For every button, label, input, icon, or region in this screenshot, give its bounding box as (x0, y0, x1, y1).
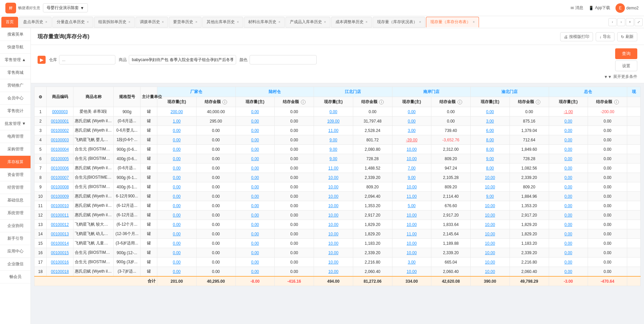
table-cell[interactable]: 10.00 (314, 173, 353, 182)
table-cell[interactable]: 0.00 (157, 154, 197, 164)
table-cell[interactable]: 00100010 (47, 201, 73, 211)
tab-nav-btn-1[interactable]: › (617, 18, 625, 26)
tab-close-2[interactable]: × (87, 20, 89, 24)
table-cell[interactable]: 10.00 (471, 267, 510, 277)
expand-more-btn[interactable]: ▼▼ 展开更多条件 (604, 74, 637, 80)
table-cell[interactable]: 0.00 (157, 239, 197, 248)
table-cell[interactable]: 10.00 (471, 182, 510, 192)
table-cell[interactable]: 0.00 (157, 145, 197, 154)
table-cell[interactable]: 0.00 (157, 126, 197, 135)
table-cell[interactable]: 0.00 (235, 107, 275, 117)
table-cell[interactable]: 0.00 (549, 173, 588, 182)
table-cell[interactable]: 0.00 (235, 126, 275, 135)
sidebar-item-15[interactable]: 企业协同 (0, 220, 31, 232)
table-cell[interactable]: 10.00 (314, 182, 353, 192)
tab-close-10[interactable]: × (419, 20, 421, 24)
tab-item-2[interactable]: 分量盘点单历史× (52, 17, 93, 28)
store-selector[interactable]: 母婴行业演示陈套 ▼ (43, 3, 88, 12)
table-cell[interactable]: 0.00 (235, 182, 275, 192)
table-cell[interactable]: 10.00 (314, 229, 353, 239)
table-cell[interactable]: 0.00 (235, 117, 275, 126)
export-btn[interactable]: ↓ 导出 (596, 32, 614, 41)
table-cell[interactable]: 0.00 (549, 182, 588, 192)
tab-close-7[interactable]: × (278, 20, 280, 24)
tab-close-9[interactable]: × (366, 20, 368, 24)
table-cell[interactable]: 10.00 (471, 173, 510, 182)
table-cell[interactable]: 10.00 (314, 239, 353, 248)
table-cell[interactable]: 109.00 (314, 117, 353, 126)
table-cell[interactable]: -39.00 (392, 135, 431, 145)
table-cell[interactable]: 0.00 (549, 135, 588, 145)
tab-item-1[interactable]: 盘点单历史× (19, 17, 52, 28)
sidebar-item-1[interactable]: 快捷导航 (0, 41, 31, 54)
table-cell[interactable]: 0000003 (47, 107, 73, 117)
table-cell[interactable]: 0.00 (157, 211, 197, 220)
table-cell[interactable]: 0.00 (314, 107, 353, 117)
table-cell[interactable]: 9.00 (471, 192, 510, 201)
message-btn[interactable]: ✉ 消息 (571, 5, 583, 11)
table-cell[interactable]: 0.00 (235, 164, 275, 173)
sidebar-item-14[interactable]: 系统管理 (0, 207, 31, 220)
tab-item-9[interactable]: 成本调整单历史× (331, 17, 372, 28)
table-cell[interactable]: 00100011 (47, 211, 73, 220)
sidebar-item-0[interactable]: 搜索英单 (0, 28, 31, 41)
table-cell[interactable]: 3.00 (392, 258, 431, 267)
table-cell[interactable]: 0.00 (549, 220, 588, 229)
table-cell[interactable]: 00100007 (47, 173, 73, 182)
table-cell[interactable]: 0.00 (157, 258, 197, 267)
table-cell[interactable]: 9.00 (314, 135, 353, 145)
sidebar-item-17[interactable]: 应用中心 (0, 245, 31, 258)
table-cell[interactable]: 10.00 (471, 248, 510, 258)
table-cell[interactable]: 0.00 (549, 192, 588, 201)
table-cell[interactable]: 9.00 (471, 154, 510, 164)
table-cell[interactable]: 11.00 (392, 229, 431, 239)
sidebar-item-3[interactable]: 零售商城 (0, 66, 31, 79)
table-cell[interactable]: 0.00 (549, 164, 588, 173)
table-cell[interactable]: 10.00 (314, 192, 353, 201)
tab-close-3[interactable]: × (128, 20, 130, 24)
table-cell[interactable]: 00100018 (47, 267, 73, 277)
user-area[interactable]: E demo2 (615, 3, 639, 13)
table-cell[interactable]: 0.00 (157, 220, 197, 229)
table-cell[interactable]: 0.00 (157, 248, 197, 258)
table-cell[interactable]: 10.00 (392, 154, 431, 164)
table-cell[interactable]: 0.00 (157, 267, 197, 277)
table-cell[interactable]: 0.00 (157, 164, 197, 173)
table-cell[interactable]: 10.00 (471, 211, 510, 220)
sidebar-item-8[interactable]: 电商管理 (0, 130, 31, 143)
table-cell[interactable]: 0.00 (471, 107, 510, 117)
table-cell[interactable]: 00100013 (47, 229, 73, 239)
table-cell[interactable]: 7.00 (392, 164, 431, 173)
table-cell[interactable]: 10.00 (471, 229, 510, 239)
color-input[interactable] (250, 55, 317, 64)
table-cell[interactable]: 10.00 (314, 201, 353, 211)
tab-item-10[interactable]: 现存量（库存状况表）× (373, 17, 426, 28)
table-cell[interactable]: 10.00 (392, 220, 431, 229)
sidebar-item-2[interactable]: 零售管理 ▲ (0, 54, 31, 66)
table-cell[interactable]: 10.00 (392, 211, 431, 220)
table-cell[interactable]: 0.00 (549, 201, 588, 211)
table-cell[interactable]: 10.00 (471, 258, 510, 267)
tab-nav-btn-2[interactable]: × (626, 18, 634, 26)
table-cell[interactable]: 9.00 (314, 154, 353, 164)
sidebar-item-16[interactable]: 新手引导 (0, 232, 31, 245)
table-cell[interactable]: 0.00 (235, 201, 275, 211)
print-btn[interactable]: 🖨 按模版打印 (560, 32, 593, 41)
table-cell[interactable]: 200.00 (157, 107, 197, 117)
table-cell[interactable]: 8.00 (471, 145, 510, 154)
table-cell[interactable]: 10.00 (471, 201, 510, 211)
sidebar-item-5[interactable]: 会员中心 (0, 92, 31, 105)
table-cell[interactable]: 10.00 (471, 239, 510, 248)
table-cell[interactable]: 0.00 (157, 135, 197, 145)
query-btn[interactable]: 查询 (615, 48, 637, 59)
orange-toggle-btn[interactable]: ▶ (38, 56, 46, 64)
app-download-btn[interactable]: 📱 App下载 (589, 5, 610, 11)
table-cell[interactable]: 6.00 (471, 126, 510, 135)
table-cell[interactable]: 1.00 (157, 117, 197, 126)
table-cell[interactable]: 10.00 (392, 267, 431, 277)
table-cell[interactable]: 8.00 (471, 135, 510, 145)
table-cell[interactable]: 9.00 (314, 145, 353, 154)
table-cell[interactable]: 0.00 (235, 154, 275, 164)
sidebar-item-6[interactable]: 零售统计 (0, 105, 31, 118)
table-cell[interactable]: 0.00 (549, 229, 588, 239)
